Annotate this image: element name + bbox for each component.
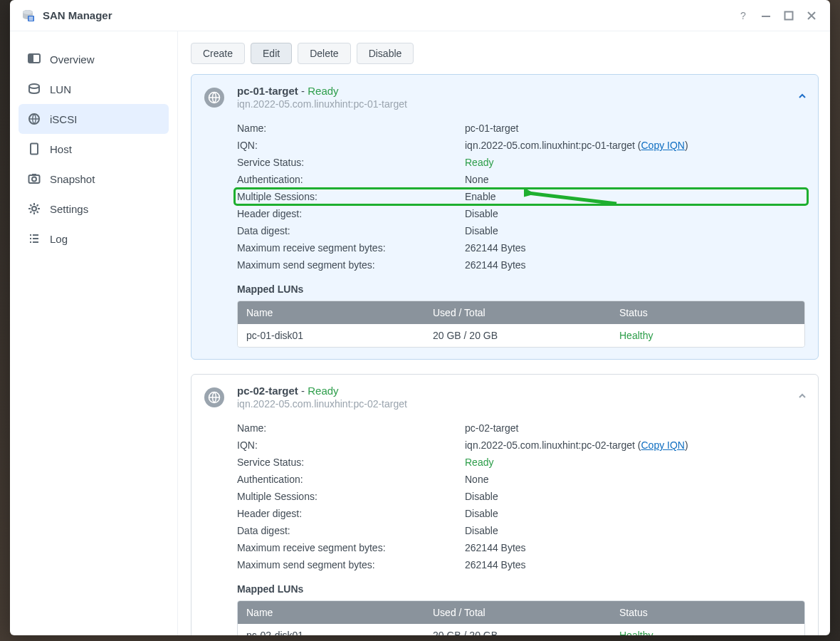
field-name: Name: pc-01-target <box>237 120 805 137</box>
toolbar: Create Edit Delete Disable <box>191 43 819 64</box>
field-max-send-bytes: Maximum send segment bytes: 262144 Bytes <box>237 556 805 573</box>
field-header-digest: Header digest: Disable <box>237 505 805 522</box>
lun-used: 20 GB / 20 GB <box>424 324 611 347</box>
maximize-button[interactable] <box>777 5 800 26</box>
field-max-recv-bytes: Maximum receive segment bytes: 262144 By… <box>237 239 805 256</box>
table-row[interactable]: pc-02-disk01 20 GB / 20 GB Healthy <box>238 624 804 635</box>
window-title: SAN Manager <box>43 9 112 21</box>
close-button[interactable] <box>800 5 823 26</box>
sidebar-item-host[interactable]: Host <box>19 134 169 164</box>
svg-rect-8 <box>785 11 793 19</box>
mapped-luns-table: Name Used / Total Status pc-01-disk01 20… <box>237 301 805 348</box>
target-iqn: iqn.2022-05.com.linuxhint:pc-02-target <box>237 398 407 410</box>
chevron-up-icon[interactable] <box>798 392 807 402</box>
table-row[interactable]: pc-01-disk01 20 GB / 20 GB Healthy <box>238 324 804 347</box>
target-title: pc-02-target - Ready <box>237 385 407 397</box>
sidebar-item-label: Settings <box>50 203 88 215</box>
mapped-luns-title: Mapped LUNs <box>237 283 818 295</box>
svg-rect-16 <box>32 174 36 176</box>
minimize-button[interactable] <box>755 5 777 26</box>
iscsi-icon <box>26 113 43 125</box>
edit-button[interactable]: Edit <box>251 43 292 64</box>
svg-rect-5 <box>29 19 33 20</box>
field-name: Name: pc-02-target <box>237 419 805 437</box>
sidebar-item-label: Overview <box>50 53 95 66</box>
snapshot-icon <box>26 172 43 185</box>
chevron-up-icon[interactable] <box>798 92 807 103</box>
col-used: Used / Total <box>424 301 611 324</box>
lun-status: Healthy <box>611 324 804 347</box>
copy-iqn-link[interactable]: Copy IQN <box>641 439 684 451</box>
col-used: Used / Total <box>424 601 611 624</box>
field-authentication: Authentication: None <box>237 171 805 188</box>
field-multiple-sessions: Multiple Sessions: Disable <box>237 488 805 505</box>
lun-used: 20 GB / 20 GB <box>424 624 611 635</box>
disable-button[interactable]: Disable <box>357 43 414 64</box>
target-card: pc-02-target - Ready iqn.2022-05.com.lin… <box>191 374 819 635</box>
field-authentication: Authentication: None <box>237 471 805 488</box>
svg-rect-7 <box>762 16 770 17</box>
svg-rect-13 <box>31 144 38 155</box>
sidebar-item-label: Snapshot <box>50 173 95 185</box>
app-icon <box>20 8 36 24</box>
field-max-recv-bytes: Maximum receive segment bytes: 262144 By… <box>237 539 805 556</box>
target-header[interactable]: pc-02-target - Ready iqn.2022-05.com.lin… <box>191 375 818 417</box>
svg-point-11 <box>29 84 39 88</box>
globe-icon <box>204 387 224 407</box>
main-content: Create Edit Delete Disable pc-01-target … <box>178 31 830 635</box>
sidebar-item-iscsi[interactable]: iSCSI <box>19 104 169 134</box>
table-header: Name Used / Total Status <box>238 301 804 324</box>
lun-name: pc-02-disk01 <box>238 624 424 635</box>
field-iqn: IQN: iqn.2022-05.com.linuxhint:pc-02-tar… <box>237 437 805 454</box>
table-header: Name Used / Total Status <box>238 601 804 624</box>
mapped-luns-table: Name Used / Total Status pc-02-disk01 20… <box>237 600 805 635</box>
sidebar-item-settings[interactable]: Settings <box>19 194 169 224</box>
sidebar: Overview LUN iSCSI Host <box>10 31 178 635</box>
target-iqn: iqn.2022-05.com.linuxhint:pc-01-target <box>237 98 407 110</box>
svg-text:?: ? <box>740 11 746 21</box>
gear-icon <box>26 202 43 215</box>
field-iqn: IQN: iqn.2022-05.com.linuxhint:pc-01-tar… <box>237 137 805 154</box>
field-multiple-sessions: Multiple Sessions: Enable <box>234 188 808 205</box>
svg-point-15 <box>32 177 36 182</box>
col-status: Status <box>611 601 804 624</box>
copy-iqn-link[interactable]: Copy IQN <box>641 140 684 151</box>
col-name: Name <box>238 601 424 624</box>
col-status: Status <box>611 301 804 324</box>
help-button[interactable]: ? <box>732 5 755 26</box>
sidebar-item-lun[interactable]: LUN <box>19 74 169 104</box>
lun-name: pc-01-disk01 <box>238 324 424 347</box>
sidebar-item-label: Host <box>50 143 72 155</box>
field-header-digest: Header digest: Disable <box>237 205 805 222</box>
host-icon <box>26 142 43 155</box>
sidebar-item-log[interactable]: Log <box>19 224 169 254</box>
field-max-send-bytes: Maximum send segment bytes: 262144 Bytes <box>237 256 805 273</box>
globe-icon <box>204 88 224 108</box>
sidebar-item-snapshot[interactable]: Snapshot <box>19 164 169 194</box>
field-list: Name: pc-02-target IQN: iqn.2022-05.com.… <box>191 417 818 573</box>
sidebar-item-label: Log <box>50 233 68 245</box>
svg-point-17 <box>32 207 36 211</box>
target-header[interactable]: pc-01-target - Ready iqn.2022-05.com.lin… <box>191 75 818 117</box>
lun-icon <box>26 83 43 95</box>
field-list: Name: pc-01-target IQN: iqn.2022-05.com.… <box>191 117 818 273</box>
field-data-digest: Data digest: Disable <box>237 522 805 539</box>
target-card: pc-01-target - Ready iqn.2022-05.com.lin… <box>191 74 819 360</box>
sidebar-item-overview[interactable]: Overview <box>19 44 169 74</box>
field-service-status: Service Status: Ready <box>237 154 805 171</box>
san-manager-window: SAN Manager ? Overview <box>10 0 830 635</box>
field-data-digest: Data digest: Disable <box>237 222 805 239</box>
field-service-status: Service Status: Ready <box>237 454 805 471</box>
create-button[interactable]: Create <box>191 43 245 64</box>
svg-rect-10 <box>28 54 33 63</box>
sidebar-item-label: LUN <box>50 83 71 95</box>
target-title: pc-01-target - Ready <box>237 85 407 97</box>
lun-status: Healthy <box>611 624 804 635</box>
mapped-luns-title: Mapped LUNs <box>237 583 818 595</box>
delete-button[interactable]: Delete <box>298 43 350 64</box>
overview-icon <box>26 53 43 66</box>
log-icon <box>26 232 43 245</box>
svg-rect-3 <box>29 16 33 17</box>
titlebar: SAN Manager ? <box>10 0 830 31</box>
sidebar-item-label: iSCSI <box>50 113 77 125</box>
